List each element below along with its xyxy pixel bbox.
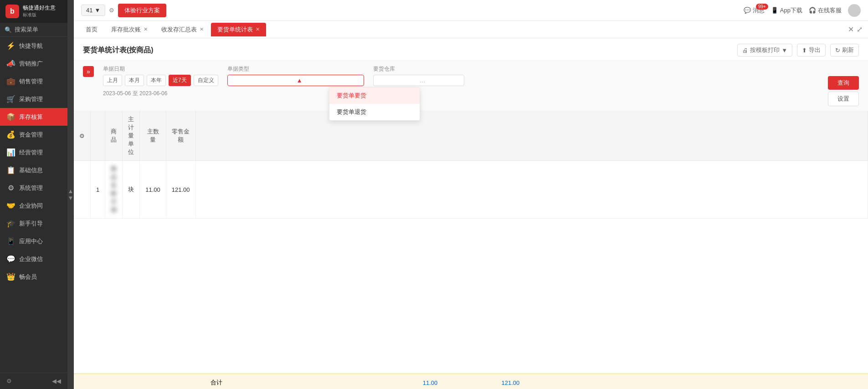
template-print-btn[interactable]: 🖨 按模板打印 ▼	[737, 44, 792, 56]
store-chevron-icon: ▼	[94, 7, 100, 14]
warehouse-filter-select[interactable]: …	[373, 75, 464, 86]
btn-custom-date[interactable]: 自定义	[194, 75, 218, 86]
app-download-btn[interactable]: 📱 App下载	[771, 6, 802, 15]
sidebar-item-purchase[interactable]: 🛒 采购管理	[0, 90, 67, 108]
dropdown-item-order-goods[interactable]: 要货单要货	[329, 87, 420, 104]
table-header-row: ⚙ 商品 主计量单位 主数量 零售金额	[74, 111, 868, 161]
query-btn[interactable]: 查询	[828, 76, 859, 90]
type-filter-group: 单据类型 ▲	[227, 65, 364, 86]
sidebar-item-label-member: 畅会员	[19, 273, 37, 281]
type-dropdown: 要货单要货 要货单退货	[329, 87, 420, 121]
td-index: 1	[91, 161, 105, 219]
sidebar-item-label-marketing: 营销推广	[19, 60, 43, 68]
sidebar-item-wechat[interactable]: 💬 企业微信	[0, 250, 67, 268]
table-footer: 合计11.00121.00	[74, 374, 868, 389]
export-btn[interactable]: ⬆ 导出	[797, 44, 826, 56]
sidebar-item-member[interactable]: 👑 畅会员	[0, 268, 67, 286]
tab-inventory-batch-close[interactable]: ✕	[144, 26, 148, 32]
sidebar-item-apps[interactable]: 📱 应用中心	[0, 232, 67, 250]
refresh-btn[interactable]: ↻ 刷新	[830, 44, 859, 56]
tab-home-label: 首页	[86, 26, 98, 34]
tab-receive-summary-label: 收发存汇总表	[161, 26, 197, 34]
sidebar-item-finance[interactable]: 💰 资金管理	[0, 126, 67, 143]
sidebar-item-sales[interactable]: 💼 销售管理	[0, 72, 67, 90]
export-label: 导出	[809, 46, 821, 54]
sidebar-search-label: 搜索菜单	[15, 26, 38, 34]
td-amount[interactable]: 121.00	[166, 161, 195, 219]
th-unit: 主计量单位	[123, 111, 140, 161]
sidebar-search[interactable]: 🔍 搜索菜单	[0, 23, 67, 37]
main-area: 41 ▼ ⚙ 体验行业方案 💬 消息 99+ 📱 App下载 🎧 在线客服	[74, 0, 868, 389]
store-number: 41	[86, 7, 92, 14]
date-filter-group: 单据日期 上月 本月 本年 近7天 自定义 2023-05-06 至 2023-…	[103, 65, 218, 97]
tab-window-expand[interactable]: ⤢	[857, 25, 863, 34]
sidebar-item-marketing[interactable]: 📣 营销推广	[0, 55, 67, 72]
btn-this-year[interactable]: 本年	[147, 75, 166, 86]
btn-this-month[interactable]: 本月	[125, 75, 144, 86]
warehouse-filter-label: 要货仓库	[373, 65, 464, 73]
expand-icon: »	[87, 68, 90, 75]
settings-btn[interactable]: 设置	[828, 92, 859, 106]
inventory-icon: 📦	[6, 113, 15, 121]
td-product: 商品名称示例	[105, 161, 123, 219]
tab-receive-summary[interactable]: 收发存汇总表 ✕	[155, 23, 210, 36]
type-chevron-up-icon: ▲	[297, 77, 359, 84]
tab-order-stats-close[interactable]: ✕	[256, 26, 260, 32]
type-filter-label: 单据类型	[227, 65, 364, 73]
sidebar-item-system[interactable]: ⚙ 系统管理	[0, 179, 67, 197]
online-service-btn[interactable]: 🎧 在线客服	[809, 6, 842, 15]
filter-bar: » 单据日期 上月 本月 本年 近7天 自定义 2023-05-06 至 202…	[74, 61, 868, 111]
tab-home[interactable]: 首页	[79, 23, 104, 36]
btn-last7[interactable]: 近7天	[169, 75, 191, 86]
sidebar-item-enterprise[interactable]: 🤝 企业协同	[0, 197, 67, 215]
sidebar-item-label-finance: 资金管理	[19, 131, 43, 139]
table-row: 1 商品名称示例 块 11.00 121.00	[74, 161, 868, 219]
message-btn[interactable]: 💬 消息 99+	[744, 6, 765, 15]
footer-amount: 121.00	[474, 379, 519, 386]
collapse-btn[interactable]: ◀◀	[52, 378, 61, 384]
product-name: 商品名称示例	[111, 165, 117, 213]
sidebar-menu: ⚡ 快捷导航 📣 营销推广 💼 销售管理 🛒 采购管理 📦 库存核算 💰 资金管…	[0, 37, 67, 373]
type-filter-select[interactable]: ▲	[227, 75, 364, 86]
page-title: 要货单统计表(按商品)	[83, 46, 154, 55]
tab-receive-summary-close[interactable]: ✕	[200, 26, 204, 32]
sidebar-item-basic[interactable]: 📋 基础信息	[0, 161, 67, 179]
dropdown-item-return-goods[interactable]: 要货单退货	[329, 104, 420, 120]
data-table: ⚙ 商品 主计量单位 主数量 零售金额 1	[74, 111, 868, 219]
message-badge: 99+	[756, 4, 768, 10]
filter-expand-btn[interactable]: »	[83, 66, 94, 77]
scroll-chevron-icon: ▲▼	[68, 188, 74, 201]
footer-quantity: 11.00	[401, 379, 437, 386]
sidebar: b 畅捷通好生意 标准版 🔍 搜索菜单 ⚡ 快捷导航 📣 营销推广 💼 销售管理…	[0, 0, 67, 389]
enterprise-icon: 🤝	[6, 201, 15, 210]
tab-order-stats[interactable]: 要货单统计表 ✕	[211, 23, 266, 36]
apps-icon: 📱	[6, 237, 15, 246]
topbar-settings-icon[interactable]: ⚙	[109, 7, 114, 14]
user-avatar[interactable]	[848, 4, 861, 17]
warehouse-filter-group: 要货仓库 …	[373, 65, 464, 86]
export-icon: ⬆	[802, 47, 807, 54]
sidebar-item-newbie[interactable]: 🎓 新手引导	[0, 215, 67, 232]
store-selector[interactable]: 41 ▼	[81, 5, 105, 16]
service-label: 在线客服	[818, 6, 842, 15]
settings-icon[interactable]: ⚙	[6, 378, 12, 384]
btn-last-month[interactable]: 上月	[103, 75, 122, 86]
sales-icon: 💼	[6, 77, 15, 86]
tab-order-stats-label: 要货单统计表	[217, 26, 253, 34]
th-index	[91, 111, 105, 161]
td-quantity[interactable]: 11.00	[140, 161, 166, 219]
basic-icon: 📋	[6, 166, 15, 174]
th-settings[interactable]: ⚙	[74, 111, 91, 161]
wechat-icon: 💬	[6, 255, 15, 263]
th-amount: 零售金额	[166, 111, 195, 161]
sidebar-item-operations[interactable]: 📊 经营管理	[0, 143, 67, 161]
sidebar-item-inventory[interactable]: 📦 库存核算	[0, 108, 67, 126]
sidebar-scroll-handle[interactable]: ▲▼	[67, 0, 74, 389]
td-unit: 块	[123, 161, 140, 219]
tab-inventory-batch[interactable]: 库存批次账 ✕	[105, 23, 154, 36]
sidebar-item-shortcut[interactable]: ⚡ 快捷导航	[0, 37, 67, 55]
trial-button[interactable]: 体验行业方案	[118, 4, 166, 17]
page-header: 要货单统计表(按商品) 🖨 按模板打印 ▼ ⬆ 导出 ↻ 刷新	[74, 38, 868, 61]
tab-window-close[interactable]: ✕	[848, 25, 854, 34]
refresh-label: 刷新	[842, 46, 854, 54]
